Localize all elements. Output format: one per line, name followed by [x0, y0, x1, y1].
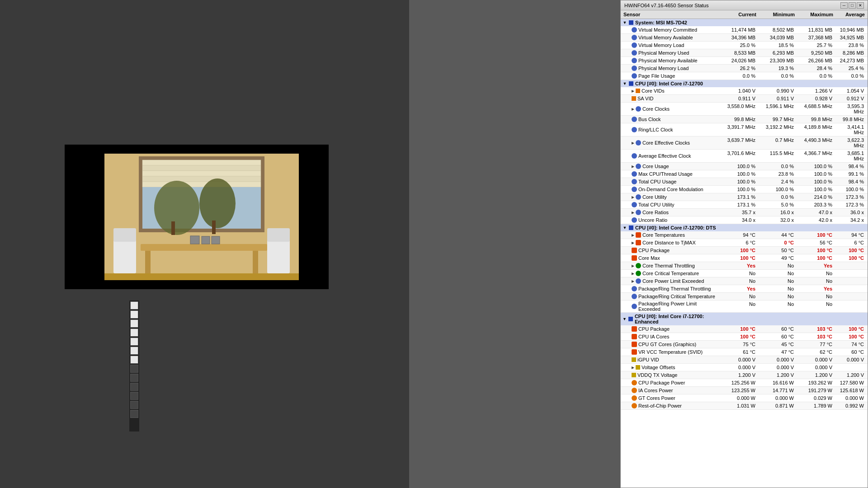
maximize-button[interactable]: □ — [849, 2, 856, 9]
collapse-icon[interactable]: ▼ — [623, 81, 627, 86]
room-image — [104, 154, 299, 280]
expand-arrow[interactable]: ▶ — [632, 141, 634, 145]
row-icon — [632, 304, 637, 309]
progress-segment — [130, 347, 138, 355]
svg-rect-14 — [145, 251, 151, 273]
table-row: Max CPU/Thread Usage 100.0 %23.8 %100.0 … — [621, 170, 868, 178]
row-icon — [632, 127, 637, 132]
row-icon — [632, 179, 637, 184]
cpu-enhanced-icon — [628, 317, 633, 321]
expand-arrow[interactable]: ▶ — [632, 164, 634, 169]
row-icon — [632, 27, 637, 33]
table-row: SA VID 0.911 V0.911 V0.928 V0.912 V — [621, 95, 868, 103]
progress-segment — [130, 319, 138, 328]
table-row: CPU Package Power 125.256 W16.616 W193.2… — [621, 379, 868, 387]
expand-arrow[interactable]: ▶ — [632, 241, 634, 245]
section-cpu-dts[interactable]: ▼ CPU [#0]: Intel Core i7-12700: DTS — [621, 224, 868, 231]
row-icon — [632, 294, 637, 299]
row-icon — [632, 117, 637, 122]
collapse-icon[interactable]: ▼ — [623, 317, 627, 321]
row-icon — [636, 210, 641, 215]
table-row: VDDQ TX Voltage 1.200 V1.200 V1.200 V1.2… — [621, 371, 868, 379]
table-row: ▶Core Clocks 3,558.0 MHz1,596.1 MHz4,688… — [621, 103, 868, 116]
table-row: ▶Core Usage 100.0 %0.0 %100.0 %98.4 % — [621, 163, 868, 170]
table-row: Package/Ring Thermal Throttling YesNoYes — [621, 285, 868, 293]
row-icon — [632, 42, 637, 48]
expand-arrow[interactable]: ▶ — [632, 195, 634, 199]
progress-segment — [130, 356, 138, 364]
expand-arrow[interactable]: ▶ — [632, 107, 634, 111]
title-bar-text: HWiNFO64 v7.16-4650 Sensor Status — [624, 3, 840, 8]
row-icon — [636, 140, 641, 145]
col-sensor: Sensor — [623, 11, 719, 18]
sensor-table: Sensor Current Minimum Maximum Average ▼… — [621, 10, 868, 488]
table-row: ▶Core Power Limit Exceeded NoNoNo — [621, 277, 868, 285]
progress-segment — [130, 301, 138, 310]
svg-rect-13 — [141, 244, 267, 251]
system-title: System: MSI MS-7D42 — [635, 20, 687, 25]
table-row: ▶Core Thermal Throttling YesNoYes — [621, 262, 868, 270]
col-current: Current — [719, 11, 757, 18]
row-icon — [636, 106, 641, 112]
svg-rect-6 — [142, 176, 261, 182]
expand-arrow[interactable]: ▶ — [632, 366, 634, 370]
cpu-dts-title: CPU [#0]: Intel Core i7-12700: DTS — [635, 225, 716, 230]
section-system[interactable]: ▼ System: MSI MS-7D42 — [621, 19, 868, 26]
table-row: CPU Package 100 °C60 °C103 °C100 °C — [621, 325, 868, 333]
row-icon — [632, 403, 637, 408]
table-row: Physical Memory Available 24,026 MB23,30… — [621, 57, 868, 65]
svg-rect-11 — [171, 221, 175, 235]
title-bar-controls: ─ □ ✕ — [840, 2, 864, 9]
expand-arrow[interactable]: ▶ — [632, 89, 634, 93]
row-icon — [636, 365, 640, 370]
table-row: Page File Usage 0.0 %0.0 %0.0 %0.0 % — [621, 72, 868, 80]
col-minimum: Minimum — [757, 11, 796, 18]
progress-segment — [130, 392, 138, 400]
col-maximum: Maximum — [796, 11, 834, 18]
cpu-dts-icon — [629, 225, 633, 230]
row-icon — [632, 50, 637, 56]
table-row: On-Demand Core Modulation 100.0 %100.0 %… — [621, 186, 868, 193]
expand-arrow[interactable]: ▶ — [632, 233, 634, 237]
row-icon — [632, 96, 636, 101]
row-icon — [632, 187, 637, 192]
svg-rect-3 — [142, 160, 261, 165]
row-icon — [632, 395, 637, 401]
cpu-icon — [629, 81, 633, 86]
row-icon — [632, 73, 637, 79]
table-row: ▶Core Critical Temperature NoNoNo — [621, 270, 868, 277]
table-row: CPU Package 100 °C50 °C100 °C100 °C — [621, 247, 868, 254]
svg-rect-20 — [190, 236, 199, 244]
section-cpu-enhanced[interactable]: ▼ CPU [#0]: Intel Core i7-12700: Enhance… — [621, 313, 868, 325]
svg-rect-21 — [202, 236, 210, 244]
row-icon — [632, 380, 637, 385]
table-row: Core Max 100 °C49 °C100 °C100 °C — [621, 254, 868, 262]
svg-rect-5 — [142, 171, 261, 176]
row-icon — [632, 248, 637, 253]
progress-segment — [130, 383, 138, 391]
row-icon — [636, 240, 641, 245]
cpu-title: CPU [#0]: Intel Core i7-12700 — [635, 81, 703, 86]
progress-segment — [130, 374, 138, 382]
minimize-button[interactable]: ─ — [840, 2, 848, 9]
close-button[interactable]: ✕ — [857, 2, 864, 9]
collapse-icon[interactable]: ▼ — [623, 225, 627, 230]
table-row: Physical Memory Used 8,533 MB6,293 MB9,2… — [621, 49, 868, 57]
svg-rect-18 — [267, 239, 290, 273]
expand-arrow[interactable]: ▶ — [632, 211, 634, 215]
row-icon — [632, 153, 637, 159]
expand-arrow[interactable]: ▶ — [632, 264, 634, 268]
section-cpu[interactable]: ▼ CPU [#0]: Intel Core i7-12700 — [621, 80, 868, 87]
expand-arrow[interactable]: ▶ — [632, 272, 634, 276]
svg-point-9 — [154, 181, 199, 235]
expand-arrow[interactable]: ▶ — [632, 279, 634, 283]
table-row: ▶Voltage Offsets 0.000 V0.000 V0.000 V — [621, 364, 868, 371]
col-average: Average — [834, 11, 866, 18]
svg-rect-7 — [142, 182, 261, 187]
svg-rect-23 — [104, 273, 299, 280]
table-body[interactable]: ▼ System: MSI MS-7D42 Virtual Memory Com… — [621, 19, 868, 487]
row-icon — [632, 35, 637, 40]
progress-bar[interactable] — [129, 300, 139, 432]
collapse-icon[interactable]: ▼ — [623, 20, 627, 25]
table-row: IA Cores Power 123.255 W14.771 W191.279 … — [621, 387, 868, 394]
